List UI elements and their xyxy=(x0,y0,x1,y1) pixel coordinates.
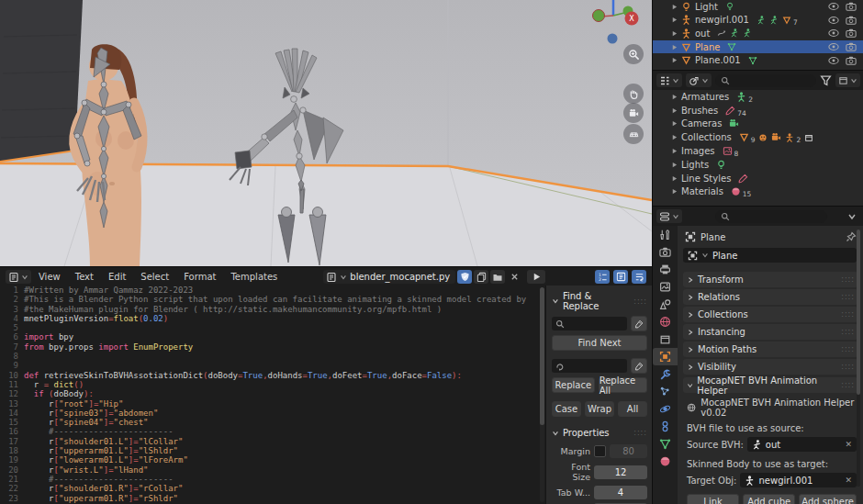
copy-text-button[interactable] xyxy=(474,270,488,284)
target-obj-field[interactable]: newgirl.001 ✕ xyxy=(740,473,857,487)
panel-header-relations[interactable]: Relations:::: xyxy=(683,289,858,305)
ted-properties-panel-header[interactable]: Properties :::: xyxy=(546,424,653,441)
properties-tab-scene[interactable] xyxy=(653,296,678,313)
code-line[interactable]: 3#the MakeHuman plugin for Blender ( htt… xyxy=(0,305,545,314)
blend-file-row-materials[interactable]: Materials15 xyxy=(653,185,863,199)
properties-tab-collection[interactable] xyxy=(653,330,678,348)
line-numbers-toggle[interactable] xyxy=(595,270,610,284)
code-line[interactable]: 19 r["lowerarm01.L"]="lForeArm" xyxy=(0,455,545,465)
display-mode-dropdown[interactable] xyxy=(686,73,712,87)
filter-collection-dropdown[interactable] xyxy=(835,73,860,87)
all-toggle[interactable]: All xyxy=(618,401,647,417)
clear-target-icon[interactable]: ✕ xyxy=(845,476,852,485)
blend-file-row-cameras[interactable]: Cameras xyxy=(653,118,863,131)
code-line[interactable]: 13 r["root"]="Hip" xyxy=(0,399,545,409)
code-line[interactable]: 21 #------------------------ xyxy=(0,475,545,484)
code-line[interactable]: 22 r["shoulder01.R"]="rCollar" xyxy=(0,484,545,493)
disclosure-triangle-icon[interactable] xyxy=(671,188,678,195)
word-wrap-toggle[interactable] xyxy=(632,270,646,284)
menu-templates[interactable]: Templates xyxy=(223,272,285,282)
code-line[interactable]: 10def retrieveSkinToBVHAssotiationDict(d… xyxy=(0,371,545,380)
disclosure-triangle-icon[interactable] xyxy=(671,44,678,50)
outliner-row-out[interactable]: out xyxy=(653,27,863,40)
menu-select[interactable]: Select xyxy=(133,272,176,282)
find-eyedropper-button[interactable] xyxy=(631,316,647,331)
code-line[interactable]: 17 r["shoulder01.L"]="lCollar" xyxy=(0,437,545,446)
url-globe-icon[interactable] xyxy=(687,402,696,413)
disclosure-triangle-icon[interactable] xyxy=(671,120,678,127)
blend-file-row-collections[interactable]: Collections92 xyxy=(653,130,863,144)
properties-search-input[interactable] xyxy=(715,210,827,223)
properties-tab-material[interactable] xyxy=(653,453,678,470)
properties-editor-type-dropdown[interactable] xyxy=(656,209,682,223)
code-line[interactable]: 7from bpy.props import EnumProperty xyxy=(0,342,545,352)
outliner-row-plane[interactable]: Plane xyxy=(653,40,863,54)
replace-eyedropper-button[interactable] xyxy=(631,358,647,374)
menu-text[interactable]: Text xyxy=(68,272,101,282)
panel-header-motion-paths[interactable]: Motion Paths:::: xyxy=(683,342,858,357)
blend-file-row-lights[interactable]: Lights xyxy=(653,158,863,172)
panel-header-collections[interactable]: Collections:::: xyxy=(683,307,858,322)
filter-icon[interactable] xyxy=(820,74,832,86)
3d-viewport[interactable]: X xyxy=(0,0,652,266)
blend-file-row-line-styles[interactable]: Line Styles xyxy=(653,172,863,185)
shield-check-toggle[interactable] xyxy=(457,270,472,284)
code-line[interactable]: 20 r["wrist.L"]="lHand" xyxy=(0,465,545,475)
code-line[interactable]: 11 r = dict() xyxy=(0,380,545,389)
viewport-grid-button[interactable] xyxy=(623,124,644,144)
menu-view[interactable]: View xyxy=(31,272,68,282)
editor-type-dropdown[interactable] xyxy=(6,270,31,284)
margin-checkbox[interactable] xyxy=(594,445,606,457)
properties-tab-object[interactable] xyxy=(653,348,678,365)
code-line[interactable]: 4mnetPluginVersion=float(0.02) xyxy=(0,314,545,323)
panel-header-transform[interactable]: Transform:::: xyxy=(683,272,858,287)
mocapnet-panel-header[interactable]: MocapNET BVH Animation Helper :::: xyxy=(683,377,858,393)
properties-tab-particles[interactable] xyxy=(653,383,678,400)
navigation-gizmo[interactable]: X xyxy=(588,0,652,48)
code-line[interactable]: 8 xyxy=(0,352,545,361)
source-bvh-field[interactable]: out ✕ xyxy=(747,437,857,452)
blend-file-row-brushes[interactable]: Brushes74 xyxy=(653,104,863,118)
blend-file-row-armatures[interactable]: Armatures2 xyxy=(653,90,863,104)
panel-header-visibility[interactable]: Visibility:::: xyxy=(683,359,858,375)
properties-tab-render[interactable] xyxy=(653,243,678,261)
viewport-zoom-button[interactable] xyxy=(623,44,644,64)
open-file-button[interactable] xyxy=(490,270,505,284)
properties-tab-constraints[interactable] xyxy=(653,418,678,435)
disclosure-triangle-icon[interactable] xyxy=(671,134,678,140)
panel-header-instancing[interactable]: Instancing:::: xyxy=(683,324,858,340)
outliner-row-plane-001[interactable]: Plane.001 xyxy=(653,53,863,67)
code-line[interactable]: 2#This is a Blender Python script that u… xyxy=(0,295,545,304)
properties-tab-physics[interactable] xyxy=(653,400,678,418)
run-script-button[interactable] xyxy=(527,270,545,284)
properties-tab-tool[interactable] xyxy=(653,226,678,243)
code-editor[interactable]: 1#Written by Ammar Qammaz 2022-20232#Thi… xyxy=(0,286,545,504)
code-line[interactable]: 6import bpy xyxy=(0,332,545,342)
disclosure-triangle-icon[interactable] xyxy=(671,107,678,114)
disclosure-triangle-icon[interactable] xyxy=(671,148,678,154)
clear-source-icon[interactable]: ✕ xyxy=(845,440,852,449)
properties-tab-world[interactable] xyxy=(653,313,678,330)
disclosure-triangle-icon[interactable] xyxy=(671,175,678,182)
properties-tab-modifiers[interactable] xyxy=(653,365,678,383)
code-line[interactable]: 5 xyxy=(0,323,545,332)
wrap-toggle[interactable]: Wrap xyxy=(585,401,614,417)
unlink-text-button[interactable] xyxy=(507,270,521,284)
add-sphere-button[interactable]: Add sphere xyxy=(799,494,857,504)
disclosure-triangle-icon[interactable] xyxy=(671,57,678,63)
margin-value-field[interactable]: 80 xyxy=(610,444,647,458)
code-line[interactable]: 15 r["spine04"]="chest" xyxy=(0,418,545,427)
font-size-field[interactable]: 12 xyxy=(594,465,647,479)
code-line[interactable]: 18 r["upperarm01.L"]="lShldr" xyxy=(0,446,545,455)
add-cube-button[interactable]: Add cube xyxy=(743,494,795,504)
code-scrollbar-thumb[interactable] xyxy=(540,287,544,425)
find-input[interactable] xyxy=(552,317,627,330)
menu-format[interactable]: Format xyxy=(176,272,223,282)
disclosure-triangle-icon[interactable] xyxy=(671,94,678,100)
code-line[interactable]: 12 if (doBody): xyxy=(0,389,545,398)
text-datablock-field[interactable]: blender_mocapnet.py xyxy=(323,270,455,284)
replace-all-button[interactable]: Replace All xyxy=(599,377,647,393)
viewport-camera-button[interactable] xyxy=(623,103,644,123)
outliner-editor-type-dropdown[interactable] xyxy=(656,73,682,87)
code-line[interactable]: 1#Written by Ammar Qammaz 2022-2023 xyxy=(0,286,545,295)
